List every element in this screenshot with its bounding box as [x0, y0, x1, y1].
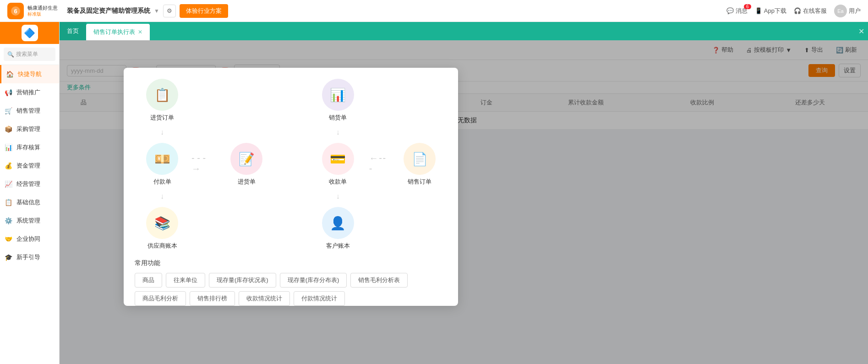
- tab-home[interactable]: 首页: [60, 22, 86, 40]
- tab-close-sales-order-exec[interactable]: ✕: [138, 29, 142, 35]
- func-buttons: 商品往来单位现存量(库存状况表)现存量(库存分布表)销售毛利分析表商品毛利分析销…: [135, 273, 447, 306]
- receipt-label: 收款单: [329, 178, 347, 186]
- flow-node-supplier-ledger: 📚 供应商账本: [135, 207, 190, 250]
- arrow-down-3: ↓: [160, 192, 164, 201]
- sidebar-label-system: 系统管理: [16, 217, 40, 225]
- sidebar-item-enterprise[interactable]: 🤝企业协同: [0, 230, 59, 248]
- customer-ledger-label: 客户账本: [326, 242, 350, 250]
- func-btn-现存量(库存分布表)[interactable]: 现存量(库存分布表): [280, 273, 347, 288]
- sidebar-icon-quick-nav: 🏠: [5, 70, 14, 79]
- modal-box: 📋 进货订单 ↓ 💴 付款单: [124, 68, 458, 306]
- common-func: 常用功能 商品往来单位现存量(库存状况表)现存量(库存分布表)销售毛利分析表商品…: [135, 259, 447, 306]
- top-right: 💬 消息 6 📱 App下载 🎧 在线客服 Ea 用户: [726, 5, 861, 17]
- content-area: 首页销售订单执行表✕✕ ❓ 帮助 🖨 按模板打印 ▼ ⬆: [60, 22, 868, 364]
- content-body: ❓ 帮助 🖨 按模板打印 ▼ ⬆ 导出 🔄 刷新: [60, 40, 868, 364]
- func-btn-付款情况统计[interactable]: 付款情况统计: [294, 291, 345, 306]
- sales-order-label: 销售订单: [408, 178, 431, 186]
- common-func-title: 常用功能: [135, 259, 447, 267]
- tab-sales-order-exec[interactable]: 销售订单执行表✕: [86, 24, 150, 40]
- flow-node-purchase-order: 📋 进货订单: [135, 79, 190, 122]
- sidebar-item-quick-nav[interactable]: 🏠快捷导航: [0, 65, 59, 83]
- sidebar-item-finance[interactable]: 💰资金管理: [0, 157, 59, 175]
- arrow-dashed-2: ← - - -: [366, 153, 392, 174]
- search-icon: 🔍: [7, 51, 14, 58]
- tab-bar-close-btn[interactable]: ✕: [858, 27, 864, 36]
- sidebar-item-marketing[interactable]: 📢营销推广: [0, 83, 59, 102]
- sidebar-logo-area: 🔷: [0, 22, 59, 44]
- experience-btn[interactable]: 体验行业方案: [180, 4, 228, 18]
- sidebar-label-sales: 销售管理: [16, 107, 40, 115]
- tab-label-home: 首页: [67, 27, 79, 35]
- sidebar-label-operations: 经营管理: [16, 180, 40, 188]
- sidebar-item-newcomer[interactable]: 🎓新手引导: [0, 248, 59, 266]
- sidebar-icon-sales: 🛒: [4, 106, 13, 115]
- sidebar-icon-basic-info: 📋: [4, 198, 13, 207]
- sidebar-label-basic-info: 基础信息: [16, 198, 40, 206]
- logo-area: 6 畅康通好生意 标准版: [7, 3, 67, 19]
- sidebar-item-basic-info[interactable]: 📋基础信息: [0, 193, 59, 212]
- func-btn-销售毛利分析表[interactable]: 销售毛利分析表: [350, 273, 408, 288]
- sidebar: 🔷 🔍 搜索菜单 🏠快捷导航📢营销推广🛒销售管理📦采购管理📊库存核算💰资金管理📈…: [0, 22, 60, 364]
- sidebar-item-sales[interactable]: 🛒销售管理: [0, 102, 59, 120]
- logo-icon: 6: [7, 3, 24, 19]
- sidebar-label-quick-nav: 快捷导航: [18, 70, 42, 78]
- sidebar-label-inventory: 库存核算: [16, 143, 40, 152]
- flowchart: 📋 进货订单 ↓ 💴 付款单: [135, 79, 447, 250]
- headset-icon: 🎧: [794, 7, 801, 14]
- flow-node-customer-ledger: 👤 客户账本: [311, 207, 366, 250]
- sidebar-item-system[interactable]: ⚙️系统管理: [0, 212, 59, 230]
- purchase-bill-circle: 📝: [230, 143, 262, 175]
- user-button[interactable]: Ea 用户: [834, 5, 861, 17]
- app-download-button[interactable]: 📱 App下载: [755, 7, 786, 15]
- sidebar-icon-purchase: 📦: [4, 125, 13, 134]
- purchase-bill-label: 进货单: [238, 178, 256, 186]
- sidebar-icon-inventory: 📊: [4, 143, 13, 152]
- message-badge: 6: [744, 4, 751, 9]
- sidebar-label-marketing: 营销推广: [16, 88, 40, 97]
- sidebar-label-enterprise: 企业协同: [16, 235, 40, 243]
- sidebar-label-finance: 资金管理: [16, 162, 40, 170]
- purchase-order-circle: 📋: [146, 79, 178, 111]
- sidebar-item-purchase[interactable]: 📦采购管理: [0, 120, 59, 138]
- middle-left-flow-column: 📝 进货单: [219, 143, 274, 186]
- func-btn-商品毛利分析[interactable]: 商品毛利分析: [135, 291, 186, 306]
- message-button[interactable]: 💬 消息 6: [726, 7, 748, 15]
- search-menu-button[interactable]: 🔍 搜索菜单: [4, 48, 55, 61]
- sidebar-label-purchase: 采购管理: [16, 125, 40, 133]
- func-btn-收款情况统计[interactable]: 收款情况统计: [239, 291, 290, 306]
- flow-node-sales-order: 📄 销售订单: [392, 143, 447, 186]
- left-flow-column: 📋 进货订单 ↓ 💴 付款单: [135, 79, 190, 250]
- avatar: Ea: [834, 5, 847, 17]
- func-btn-销售排行榜[interactable]: 销售排行榜: [190, 291, 235, 306]
- sidebar-item-inventory[interactable]: 📊库存核算: [0, 138, 59, 157]
- func-btn-现存量(库存状况表)[interactable]: 现存量(库存状况表): [209, 273, 276, 288]
- arrow-down-1: ↓: [160, 128, 164, 136]
- sidebar-icon-finance: 💰: [4, 161, 13, 170]
- sidebar-icon-system: ⚙️: [4, 216, 13, 225]
- sidebar-search: 🔍 搜索菜单: [0, 44, 59, 65]
- app-download-icon: 📱: [755, 7, 762, 14]
- dropdown-icon[interactable]: ▼: [154, 8, 159, 14]
- sidebar-label-newcomer: 新手引导: [16, 253, 40, 261]
- supplier-ledger-circle: 📚: [146, 207, 178, 239]
- system-title: 装备及固定资产辅助管理系统: [67, 7, 150, 15]
- flow-node-sales-bill: 📊 销货单: [311, 79, 366, 122]
- modal-overlay[interactable]: 📋 进货订单 ↓ 💴 付款单: [60, 40, 868, 364]
- sales-bill-circle: 📊: [322, 79, 354, 111]
- func-btn-商品[interactable]: 商品: [135, 273, 162, 288]
- func-btn-往来单位[interactable]: 往来单位: [166, 273, 205, 288]
- sidebar-item-operations[interactable]: 📈经营管理: [0, 175, 59, 193]
- flow-node-purchase-bill: 📝 进货单: [219, 143, 274, 186]
- right-left-flow-column: 📊 销货单 ↓ 💳 收款单: [311, 79, 366, 250]
- tab-bar: 首页销售订单执行表✕✕: [60, 22, 868, 40]
- payment-label: 付款单: [153, 178, 171, 186]
- system-title-area: 装备及固定资产辅助管理系统 ▼ ⚙ 体验行业方案: [67, 4, 726, 18]
- top-bar: 6 畅康通好生意 标准版 装备及固定资产辅助管理系统 ▼ ⚙ 体验行业方案 💬 …: [0, 0, 868, 22]
- online-service-button[interactable]: 🎧 在线客服: [794, 7, 827, 15]
- arrow-down-4: ↓: [336, 128, 340, 136]
- arrow-right-1: - - - →: [190, 153, 219, 174]
- sales-bill-label: 销货单: [329, 114, 347, 122]
- sidebar-icon-marketing: 📢: [4, 88, 13, 97]
- settings-button[interactable]: ⚙: [163, 5, 176, 17]
- sidebar-icon-operations: 📈: [4, 179, 13, 189]
